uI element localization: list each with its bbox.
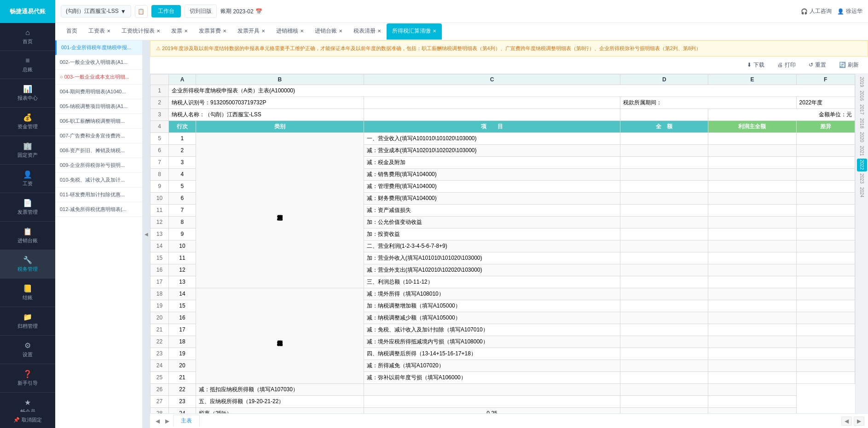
amount-cell[interactable]: [620, 156, 708, 168]
next-sheet-arrow[interactable]: ▶: [163, 417, 171, 425]
amount-cell[interactable]: [620, 180, 708, 192]
timeline-year-2020[interactable]: 2020: [857, 131, 867, 144]
table-row[interactable]: 26 22 减：抵扣应纳税所得额（填写A107030）: [150, 383, 855, 395]
profit-cell[interactable]: [708, 252, 796, 264]
profit-cell[interactable]: [708, 228, 796, 240]
amount-cell[interactable]: [620, 360, 708, 371]
tab-工资表[interactable]: 工资表✕: [83, 23, 116, 40]
sidebar-item-发票管理[interactable]: 📄发票管理: [0, 193, 55, 222]
profit-cell[interactable]: [708, 336, 796, 348]
profit-cell[interactable]: [620, 407, 708, 413]
amount-cell[interactable]: [620, 144, 708, 156]
form-list-item-005[interactable]: 005-纳税调整项目明细表(A1...: [55, 99, 142, 114]
sidebar-item-资金管理[interactable]: 💰资金管理: [0, 108, 55, 136]
sidebar-item-首页[interactable]: ⌂首页: [0, 23, 55, 51]
profit-cell[interactable]: [708, 300, 796, 312]
timeline-year-2019[interactable]: 2019: [857, 76, 867, 89]
profit-cell[interactable]: [708, 324, 796, 336]
timeline-year-2024[interactable]: 2024: [857, 186, 867, 199]
sidebar-item-报表中心[interactable]: 📊报表中心: [0, 79, 55, 108]
form-list-item-012[interactable]: 012-减免所得税优惠明细表(...: [55, 202, 142, 217]
form-list-item-004[interactable]: 004-期间费用明细表(A1040...: [55, 85, 142, 99]
tab-close-icon[interactable]: ✕: [339, 29, 342, 34]
amount-cell[interactable]: [620, 312, 708, 324]
amount-cell[interactable]: [620, 336, 708, 348]
form-list-item-010[interactable]: 010-免税、减计收入及加计...: [55, 173, 142, 188]
tab-税表清册[interactable]: 税表清册✕: [348, 23, 387, 40]
profit-cell[interactable]: [708, 264, 796, 276]
form-list-item-002[interactable]: 002-一般企业收入明细表(A1...: [55, 55, 142, 70]
user-profile[interactable]: 👤 徐运华: [837, 7, 862, 15]
profit-cell[interactable]: [708, 240, 796, 252]
amount-cell[interactable]: [620, 216, 708, 228]
timeline-year-2021[interactable]: 2021: [857, 145, 867, 158]
profit-cell[interactable]: [708, 192, 796, 204]
amount-cell[interactable]: [620, 204, 708, 216]
scroll-left-arrow[interactable]: ◀: [841, 417, 852, 426]
timeline-year-2018[interactable]: 2018: [857, 117, 867, 130]
profit-cell[interactable]: [708, 156, 796, 168]
ai-consult-button[interactable]: 🎧 人工咨询: [801, 7, 832, 15]
download-button[interactable]: ⬇ 下载: [743, 59, 768, 71]
profit-cell[interactable]: [620, 395, 708, 407]
table-row[interactable]: 28 24 税率（25%） 0.25: [150, 407, 855, 413]
amount-cell[interactable]: [620, 288, 708, 300]
workbench-button[interactable]: 工作台: [151, 5, 181, 17]
amount-cell[interactable]: [364, 395, 620, 407]
tab-进销稽核[interactable]: 进销稽核✕: [271, 23, 309, 40]
form-list-item-007[interactable]: 007-广告费和业务宣传费跨...: [55, 129, 142, 143]
tab-发票开具[interactable]: 发票开具✕: [232, 23, 271, 40]
profit-cell[interactable]: [708, 180, 796, 192]
profit-cell[interactable]: [708, 144, 796, 156]
tab-close-icon[interactable]: ✕: [300, 29, 304, 34]
sidebar-item-税务管理[interactable]: 🔧税务管理: [0, 250, 55, 279]
sidebar-item-畅会员[interactable]: ★畅会员: [0, 393, 55, 412]
profit-cell[interactable]: [708, 371, 796, 383]
profit-cell[interactable]: [708, 288, 796, 300]
period-selector[interactable]: 账期 2023-02 📅: [220, 7, 262, 15]
timeline-year-2017[interactable]: 2017: [857, 103, 867, 116]
profit-cell[interactable]: [708, 204, 796, 216]
table-row[interactable]: 18 14 应纳税所得额计算 减：境外所得（填写A108010）: [150, 288, 855, 300]
tab-进销台账[interactable]: 进销台账✕: [309, 23, 348, 40]
profit-cell[interactable]: [708, 348, 796, 360]
profit-cell[interactable]: [708, 132, 796, 144]
form-list-item-006[interactable]: 006-职工薪酬纳税调整明细...: [55, 114, 142, 129]
timeline-year-2016[interactable]: 2016: [857, 90, 867, 103]
form-list-item-008[interactable]: 008-资产折旧、摊销及纳税...: [55, 143, 142, 158]
sidebar-item-新手引导[interactable]: ❓新手引导: [0, 364, 55, 393]
tab-close-icon[interactable]: ✕: [107, 29, 110, 34]
print-button[interactable]: 🖨 打印: [774, 59, 799, 71]
amount-cell[interactable]: [364, 383, 620, 395]
profit-cell[interactable]: [708, 216, 796, 228]
table-row[interactable]: 27 23 五、应纳税所得额（19-20-21-22）: [150, 395, 855, 407]
table-row[interactable]: 5 1 利润总额计算 一、营业收入(填写A101010\101020\10300…: [150, 132, 855, 144]
form-list-item-001[interactable]: 001-企业所得税年度纳税申报...: [55, 40, 142, 55]
timeline-year-2022[interactable]: 2022: [857, 159, 867, 171]
sidebar-item-总账[interactable]: ≡总账: [0, 51, 55, 79]
company-selector[interactable]: (勾削）江西服宝-LSS ▼: [61, 5, 131, 17]
amount-cell[interactable]: [620, 132, 708, 144]
tab-close-icon[interactable]: ✕: [223, 29, 226, 34]
tab-close-icon[interactable]: ✕: [184, 29, 188, 34]
timeline-year-2023[interactable]: 2023: [857, 172, 867, 185]
amount-cell[interactable]: [620, 371, 708, 383]
profit-cell[interactable]: [620, 383, 708, 395]
amount-cell[interactable]: [620, 192, 708, 204]
profit-cell[interactable]: [708, 276, 796, 288]
tab-所得税汇算清缴[interactable]: 所得税汇算清缴✕: [387, 23, 442, 40]
amount-cell[interactable]: [620, 168, 708, 180]
amount-cell[interactable]: [620, 252, 708, 264]
sidebar-item-工资[interactable]: 👤工资: [0, 165, 55, 193]
amount-cell[interactable]: [620, 228, 708, 240]
sidebar-item-固定资产[interactable]: 🏢固定资产: [0, 136, 55, 165]
form-list-item-003[interactable]: ○ 003-一般企业成本支出明细...: [55, 70, 142, 85]
amount-cell[interactable]: [620, 324, 708, 336]
reset-button[interactable]: ↺ 重置: [805, 59, 830, 71]
refresh-button[interactable]: 🔄 刷新: [835, 59, 862, 71]
scroll-right-arrow[interactable]: ▶: [854, 417, 864, 426]
profit-cell[interactable]: [708, 360, 796, 371]
tab-工资统计报表[interactable]: 工资统计报表✕: [116, 23, 166, 40]
amount-cell[interactable]: [620, 348, 708, 360]
sidebar-item-进销台账[interactable]: 📋进销台账: [0, 222, 55, 250]
